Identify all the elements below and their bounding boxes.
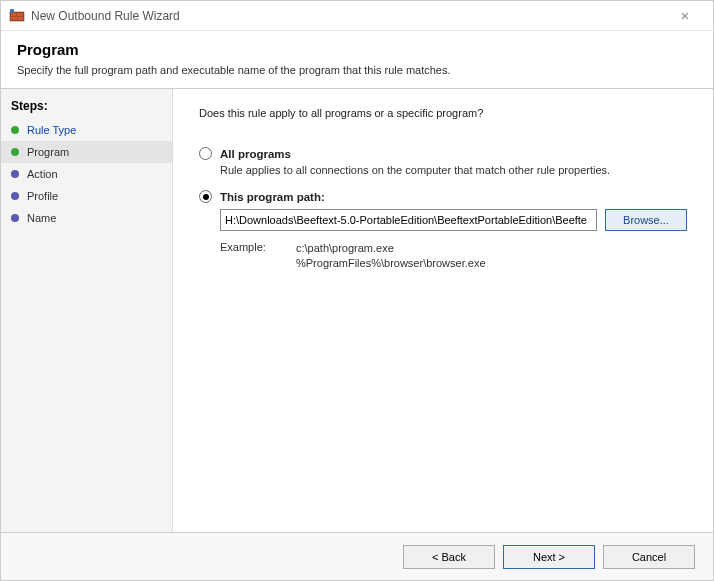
option-all-programs: All programs Rule applies to all connect… [199, 147, 687, 176]
step-profile[interactable]: Profile [1, 185, 172, 207]
window-title: New Outbound Rule Wizard [31, 9, 665, 23]
example-label: Example: [220, 241, 296, 272]
page-heading: Program [17, 41, 697, 58]
label-all-programs: All programs [220, 148, 291, 160]
question-text: Does this rule apply to all programs or … [199, 107, 687, 119]
steps-sidebar: Steps: Rule Type Program Action Profile … [1, 89, 173, 532]
step-name[interactable]: Name [1, 207, 172, 229]
svg-rect-4 [18, 17, 23, 20]
program-path-input[interactable] [220, 209, 597, 231]
browse-button[interactable]: Browse... [605, 209, 687, 231]
example-paths: c:\path\program.exe %ProgramFiles%\brows… [296, 241, 486, 272]
option-program-path: This program path: Browse... Example: c:… [199, 190, 687, 272]
radio-program-path[interactable] [199, 190, 212, 203]
svg-rect-2 [17, 13, 23, 16]
radio-all-programs[interactable] [199, 147, 212, 160]
steps-title: Steps: [1, 95, 172, 119]
step-action[interactable]: Action [1, 163, 172, 185]
step-rule-type[interactable]: Rule Type [1, 119, 172, 141]
step-program[interactable]: Program [1, 141, 172, 163]
svg-point-5 [10, 8, 14, 12]
wizard-content: Does this rule apply to all programs or … [173, 89, 713, 532]
close-icon[interactable]: × [665, 7, 705, 24]
svg-rect-3 [11, 17, 17, 20]
svg-rect-1 [11, 13, 16, 16]
page-subtext: Specify the full program path and execut… [17, 64, 697, 76]
label-program-path: This program path: [220, 191, 325, 203]
back-button[interactable]: < Back [403, 545, 495, 569]
firewall-icon [9, 8, 25, 24]
wizard-header: Program Specify the full program path an… [1, 31, 713, 88]
desc-all-programs: Rule applies to all connections on the c… [220, 164, 687, 176]
cancel-button[interactable]: Cancel [603, 545, 695, 569]
next-button[interactable]: Next > [503, 545, 595, 569]
titlebar: New Outbound Rule Wizard × [1, 1, 713, 31]
wizard-footer: < Back Next > Cancel [1, 532, 713, 580]
